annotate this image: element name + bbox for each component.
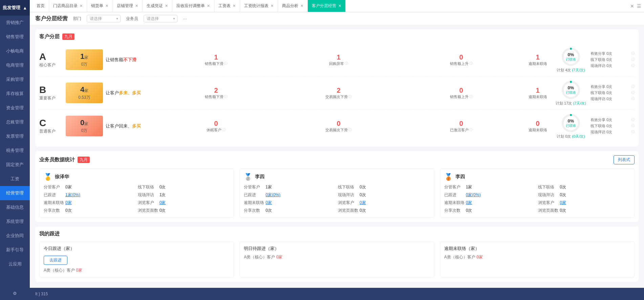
dept-select-wrapper[interactable]: 请选择 — [87, 15, 121, 22]
info-icon-offline-b[interactable]: ⓘ — [631, 90, 635, 95]
tier-letter-b: B — [39, 85, 63, 95]
tier-amount-c: 0万 — [70, 128, 99, 134]
followup-cards: 今日跟进（家） 去跟进 A类（核心）客户 0家 明日待跟进（家） A类（核心）客… — [39, 241, 635, 278]
tab-store-mgmt[interactable]: 店铺管理 ✕ — [113, 0, 143, 12]
info-icon-visit-a[interactable]: ⓘ — [631, 63, 635, 68]
tier-section-title: 客户分层 — [39, 33, 60, 40]
tier-stats-a: 1 销售额下滑ⓘ 1 回购异常ⓘ 0 销售额上升ⓘ — [156, 53, 521, 66]
sidebar-item-management[interactable]: 经营管理 — [0, 186, 30, 200]
biz-card-0: 🥇 徐泽华 分管客户 0家 线下联络 0次 已跟进 — [39, 168, 234, 218]
sidebar-item-invoice[interactable]: 发票管理 — [0, 129, 30, 143]
info-icon-offline-c[interactable]: ⓘ — [631, 123, 635, 129]
biz-stat-row-0-7: 浏览页面数 0次 — [138, 208, 230, 213]
stat-b-3: 0 销售额上升ⓘ — [401, 87, 521, 99]
info-icon-a-3[interactable]: ⓘ — [469, 61, 473, 66]
tab-customer-tier[interactable]: 客户分层经营 ✕ — [308, 0, 346, 12]
tier-circle-b: 0% 已联络 计划 17次 (7天/次) — [554, 80, 588, 106]
sidebar-item-basic[interactable]: 基础信息 — [0, 200, 30, 214]
biz-stat-row-0-4: 线下联络 0次 — [138, 184, 230, 190]
sidebar-item-finance[interactable]: 资金管理 — [0, 101, 30, 115]
tab-sales-order[interactable]: 销货单 ✕ — [87, 0, 113, 12]
biz-card-header-1: 🥈 李四 — [244, 173, 430, 181]
info-icon-a-2[interactable]: ⓘ — [345, 61, 348, 66]
more-filter-btn[interactable]: ··· — [183, 16, 187, 21]
tab-close-store-products[interactable]: ✕ — [80, 4, 83, 8]
tab-ap-adjust[interactable]: 应收应付调整单 ✕ — [172, 0, 214, 12]
dept-select[interactable]: 请选择 — [87, 15, 121, 22]
tab-payroll-report[interactable]: 工资统计报表 ✕ — [240, 0, 278, 12]
followup-tomorrow-sub: A类（核心）客户 0家 — [244, 254, 430, 260]
info-icon-visit-c[interactable]: ⓘ — [631, 130, 635, 135]
sidebar-item-ledger[interactable]: 总账管理 — [0, 115, 30, 129]
info-icon-b-3[interactable]: ⓘ — [469, 94, 473, 99]
sidebar-item-marketing[interactable]: 营销推广 — [0, 16, 30, 30]
goto-followup-btn[interactable]: 去跟进 — [44, 256, 67, 265]
info-icon-offline-a[interactable]: ⓘ — [631, 57, 635, 62]
sidebar-item-ecommerce[interactable]: 电商管理 — [0, 58, 30, 72]
sidebar-item-assets[interactable]: 固定资产 — [0, 158, 30, 172]
tab-payroll[interactable]: 工资表 ✕ — [214, 0, 240, 12]
info-icon-a-1[interactable]: ⓘ — [224, 61, 228, 66]
tab-close-payroll-report[interactable]: ✕ — [271, 4, 274, 8]
biz-card-1: 🥈 李四 分管客户 1家 线下联络 0次 已跟进 — [239, 168, 434, 218]
tab-action-menu[interactable]: ☰ — [637, 3, 641, 9]
sidebar-item-guide[interactable]: 新手引导 — [0, 243, 30, 257]
tab-voucher[interactable]: 生成凭证 ✕ — [143, 0, 172, 12]
stat-a-2: 1 回购异常ⓘ — [278, 53, 399, 66]
contact-num-c: 0 — [524, 120, 551, 128]
sales-select[interactable]: 请选择 — [144, 15, 177, 22]
tier-contact-c: 0 逾期未联络 — [524, 120, 551, 133]
tab-close-product-analysis[interactable]: ✕ — [300, 4, 303, 8]
tab-close-sales-order[interactable]: ✕ — [105, 4, 108, 8]
sidebar-item-purchase[interactable]: 采购管理 — [0, 72, 30, 87]
circle-plan-c: 计划 0次 (0天/次) — [557, 134, 585, 139]
biz-card-header-2: 🥉 李四 — [444, 173, 630, 181]
tier-contact-b: 1 逾期未联络 — [524, 87, 551, 99]
tab-close-payroll[interactable]: ✕ — [233, 4, 236, 8]
sidebar-item-collab[interactable]: 企业协同 — [0, 229, 30, 243]
tab-action-close[interactable]: ✕ — [630, 3, 634, 9]
info-icon-c-3[interactable]: ⓘ — [469, 128, 473, 132]
tier-contact-a: 1 逾期未联络 — [524, 53, 551, 66]
sales-select-wrapper[interactable]: 请选择 — [144, 15, 177, 22]
tier-row-c: C 普通客户 0家 0万 让客户回来、多买 0 休眠客户ⓘ — [39, 110, 635, 142]
tier-count-num-a: 1 — [80, 52, 84, 61]
biz-card-header-0: 🥇 徐泽华 — [44, 173, 230, 181]
tab-close-ap-adjust[interactable]: ✕ — [207, 4, 210, 8]
info-icon-b-1[interactable]: ⓘ — [224, 94, 228, 99]
info-icon-b-2[interactable]: ⓘ — [348, 94, 352, 99]
sidebar-item-sales[interactable]: 销售管理 — [0, 30, 30, 44]
sidebar-item-salary[interactable]: 工资 — [0, 172, 30, 186]
sidebar-item-system[interactable]: 系统管理 — [0, 214, 30, 229]
tabs-actions: ✕ ☰ — [630, 3, 641, 9]
info-icon-share-c[interactable]: ⓘ — [631, 117, 635, 122]
sidebar-item-tax[interactable]: 税务管理 — [0, 143, 30, 158]
tab-store-products[interactable]: 门店商品目录 ✕ — [49, 0, 87, 12]
tab-home[interactable]: 首页 — [33, 0, 49, 12]
tab-close-customer-tier[interactable]: ✕ — [338, 4, 341, 8]
tab-product-analysis[interactable]: 商品分析 ✕ — [278, 0, 308, 12]
sidebar-item-cloud[interactable]: 云应用 — [0, 257, 30, 271]
stat-num-a-3: 0 — [459, 53, 463, 61]
info-icon-c-1[interactable]: ⓘ — [222, 128, 226, 132]
sidebar-settings[interactable]: ⚙ — [0, 287, 30, 300]
sidebar-title: 批发管理 — [3, 5, 20, 11]
info-icon-share-a[interactable]: ⓘ — [631, 51, 635, 56]
info-icon-c-2[interactable]: ⓘ — [348, 128, 352, 132]
bottom-bar-text: It } 315 — [35, 292, 48, 296]
sidebar-item-ecommerce-small[interactable]: 小畅电商 — [0, 44, 30, 58]
info-icon-visit-b[interactable]: ⓘ — [631, 96, 635, 101]
followup-card-title-0: 今日跟进（家） — [44, 246, 230, 252]
biz-stat-row-0-1: 已跟进 1家(0%) — [44, 192, 136, 198]
tier-count-num-b: 4 — [80, 85, 84, 94]
info-icon-share-b[interactable]: ⓘ — [631, 84, 635, 89]
tab-close-voucher[interactable]: ✕ — [165, 4, 168, 8]
sidebar-header[interactable]: 批发管理 ▲ — [0, 0, 30, 16]
tier-count-b: 4家 0.53万 — [66, 83, 103, 103]
sidebar-collapse-icon[interactable]: ▲ — [23, 5, 27, 10]
sidebar-item-inventory[interactable]: 库存核算 — [0, 87, 30, 101]
list-view-btn[interactable]: 列表式 — [614, 155, 635, 164]
tier-count-a: 1家 0万 — [66, 49, 103, 70]
biz-stats-grid-0: 分管客户 0家 线下联络 0次 已跟进 1家(0%) 现场拜访 — [44, 184, 230, 213]
tab-close-store-mgmt[interactable]: ✕ — [135, 4, 138, 8]
